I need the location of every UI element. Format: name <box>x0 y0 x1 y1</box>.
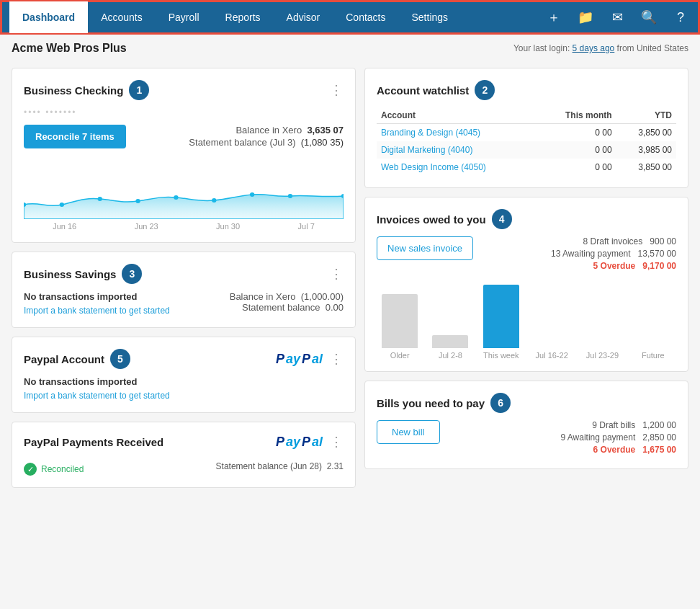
plus-icon[interactable]: ＋ <box>544 7 564 27</box>
business-checking-menu[interactable]: ⋮ <box>330 82 344 98</box>
savings-import-link[interactable]: Import a bank statement to get started <box>24 306 170 316</box>
watchlist-row: Web Design Income (4050) 0 00 3,850 00 <box>377 159 676 176</box>
paypal-account-badge: 5 <box>110 349 130 369</box>
nav-tab-settings[interactable]: Settings <box>398 1 461 33</box>
reconcile-button[interactable]: Reconcile 7 items <box>24 125 126 148</box>
bar-jul2-8-bar <box>432 335 468 348</box>
bar-older-bar <box>382 294 418 348</box>
svg-point-2 <box>98 197 102 201</box>
paypal-account-title: Paypal Account <box>24 353 104 365</box>
page-header: Acme Web Pros Plus Your last login: 5 da… <box>0 35 700 59</box>
chart-label-1: Jun 23 <box>135 222 158 231</box>
bills-title-row: Bills you need to pay 6 <box>377 393 511 413</box>
account-watchlist-card: Account watchlist 2 Account This month Y… <box>364 68 688 188</box>
overdue-invoices: 5 Overdue 9,170 00 <box>551 261 676 271</box>
savings-balance-value: (1,000.00) <box>301 291 344 302</box>
paypal-account-menu[interactable]: ⋮ <box>330 351 344 367</box>
invoices-title-row: Invoices owed to you 4 <box>377 209 512 229</box>
nav-tab-accounts[interactable]: Accounts <box>88 1 156 33</box>
paypal-payments-title: PayPal Payments Received <box>24 436 163 448</box>
paypal-stmt-value: 2.31 <box>327 461 344 471</box>
invoice-stats: 8 Draft invoices 900 00 13 Awaiting paym… <box>551 236 676 273</box>
chart-label-2: Jun 30 <box>216 222 240 231</box>
invoices-top: New sales invoice 8 Draft invoices 900 0… <box>377 236 676 273</box>
watchlist-cell-month: 0 00 <box>538 141 616 159</box>
folder-icon[interactable]: 📁 <box>575 7 596 27</box>
business-checking-badge: 1 <box>129 80 149 100</box>
business-savings-header: Business Savings 3 ⋮ <box>24 264 344 284</box>
draft-bills: 9 Draft bills 1,200 00 <box>560 420 676 430</box>
business-savings-badge: 3 <box>122 264 142 284</box>
watchlist-cell-account[interactable]: Digital Marketing (4040) <box>377 141 538 159</box>
search-icon[interactable]: 🔍 <box>639 7 659 27</box>
business-savings-menu[interactable]: ⋮ <box>330 266 344 282</box>
savings-stmt-value: 0.00 <box>326 302 344 313</box>
savings-no-transactions: No transactions imported <box>24 291 230 302</box>
chart-labels: Jun 16 Jun 23 Jun 30 Jul 7 <box>24 222 344 231</box>
chart-label-0: Jun 16 <box>53 222 76 231</box>
paypal-statement-info: Statement balance (Jun 28) 2.31 <box>216 461 344 471</box>
watchlist-row: Digital Marketing (4040) 0 00 3,985 00 <box>377 141 676 159</box>
paypal-import-link[interactable]: Import a bank statement to get started <box>24 391 170 401</box>
bar-this-week: This week <box>478 285 524 360</box>
navbar: Dashboard Accounts Payroll Reports Advis… <box>0 0 700 35</box>
mail-icon[interactable]: ✉ <box>607 7 627 27</box>
check-icon: ✓ <box>24 463 37 476</box>
bar-jul16-22-label: Jul 16-22 <box>536 351 568 360</box>
nav-tab-dashboard[interactable]: Dashboard <box>9 1 88 33</box>
bar-this-week-label: This week <box>483 351 519 360</box>
paypal-account-card: Paypal Account 5 PayPal ⋮ No transaction… <box>12 337 356 413</box>
bar-jul2-8: Jul 2-8 <box>427 335 473 360</box>
business-checking-header: Business Checking 1 ⋮ <box>24 80 344 100</box>
nav-tab-contacts[interactable]: Contacts <box>333 1 398 33</box>
paypal-account-header: Paypal Account 5 PayPal ⋮ <box>24 349 344 369</box>
watchlist-table: Account This month YTD Branding & Design… <box>377 107 676 176</box>
nav-tab-reports[interactable]: Reports <box>212 1 274 33</box>
bills-header: Bills you need to pay 6 <box>377 393 676 413</box>
watchlist-col-ytd: YTD <box>616 107 676 124</box>
business-checking-card: Business Checking 1 ⋮ •••• ••••••• Recon… <box>12 68 356 243</box>
paypal-no-transactions: No transactions imported <box>24 376 344 387</box>
paypal-payments-menu[interactable]: ⋮ <box>330 434 344 450</box>
wave-svg <box>24 161 344 219</box>
savings-stmt-label: Statement balance <box>242 302 320 313</box>
awaiting-payment: 13 Awaiting payment 13,570 00 <box>551 249 676 259</box>
business-savings-card: Business Savings 3 ⋮ No transactions imp… <box>12 252 356 328</box>
watchlist-title-row: Account watchlist 2 <box>377 80 495 100</box>
new-bill-button[interactable]: New bill <box>377 420 440 444</box>
statement-balance-label: Statement balance (Jul 3) <box>189 137 295 148</box>
bar-jul23-29: Jul 23-29 <box>579 348 625 360</box>
svg-point-4 <box>174 195 178 200</box>
last-login-info: Your last login: 5 days ago from United … <box>513 43 688 53</box>
invoices-title: Invoices owed to you <box>377 213 486 226</box>
bills-title: Bills you need to pay <box>377 397 485 409</box>
paypal-logo: PayPal <box>276 352 323 367</box>
watchlist-cell-account[interactable]: Branding & Design (4045) <box>377 124 538 142</box>
statement-balance-value: (1,080 35) <box>301 137 344 148</box>
invoices-badge: 4 <box>492 209 512 229</box>
left-column: Business Checking 1 ⋮ •••• ••••••• Recon… <box>12 68 356 602</box>
balance-info: Balance in Xero 3,635 07 Statement balan… <box>189 125 344 149</box>
svg-point-6 <box>250 192 254 197</box>
new-sales-invoice-button[interactable]: New sales invoice <box>377 236 473 260</box>
last-login-link[interactable]: 5 days ago <box>573 43 615 53</box>
watchlist-cell-ytd: 3,985 00 <box>616 141 676 159</box>
help-icon[interactable]: ? <box>670 7 691 27</box>
watchlist-badge: 2 <box>475 80 495 100</box>
right-column: Account watchlist 2 Account This month Y… <box>364 68 688 602</box>
invoices-header: Invoices owed to you 4 <box>377 209 676 229</box>
main-content: Business Checking 1 ⋮ •••• ••••••• Recon… <box>0 59 700 609</box>
nav-tab-advisor[interactable]: Advisor <box>274 1 333 33</box>
balance-in-xero-value: 3,635 07 <box>307 125 344 135</box>
bar-this-week-bar <box>483 285 519 348</box>
paypal-payments-title-row: PayPal Payments Received <box>24 436 163 448</box>
paypal-payments-logo: PayPal <box>276 435 323 450</box>
bills-card: Bills you need to pay 6 New bill 9 Draft… <box>364 381 688 469</box>
svg-point-1 <box>60 203 64 207</box>
watchlist-row: Branding & Design (4045) 0 00 3,850 00 <box>377 124 676 142</box>
watchlist-cell-account[interactable]: Web Design Income (4050) <box>377 159 538 176</box>
checking-chart <box>24 161 344 219</box>
nav-tab-payroll[interactable]: Payroll <box>156 1 212 33</box>
bar-jul23-29-label: Jul 23-29 <box>586 351 619 360</box>
bar-jul2-8-label: Jul 2-8 <box>439 351 462 360</box>
